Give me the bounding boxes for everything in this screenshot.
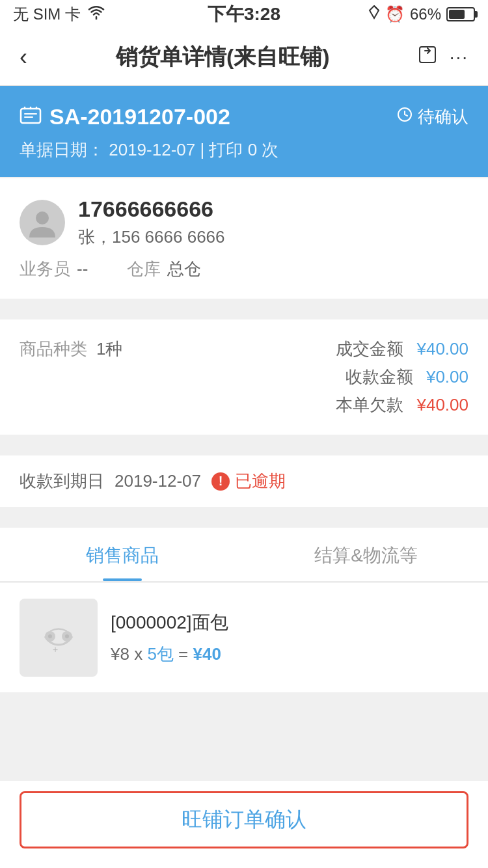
more-icon[interactable]: ··· [450, 47, 468, 68]
svg-rect-0 [420, 47, 435, 62]
tab-settlement-logistics[interactable]: 结算&物流等 [244, 528, 488, 581]
share-icon[interactable] [418, 46, 437, 68]
product-qty: 5包 [147, 644, 173, 664]
product-type-label: 商品种类 [20, 338, 87, 360]
warehouse-value: 总仓 [167, 258, 201, 280]
product-total: ¥40 [193, 644, 221, 664]
customer-meta: 业务员 -- 仓库 总仓 [20, 258, 468, 280]
order-id: SA-20191207-002 [20, 104, 230, 129]
clock-icon [397, 107, 413, 127]
customer-phone: 17666666666 [78, 197, 225, 222]
nav-bar: ‹ 销货单详情(来自旺铺) ··· [0, 29, 488, 86]
transaction-amount-row: 成交金额 ¥40.00 [336, 338, 468, 360]
owed-value: ¥40.00 [416, 395, 468, 415]
summary-card: 商品种类 1种 成交金额 ¥40.00 收款金额 ¥0.00 本单欠款 ¥40.… [0, 319, 488, 435]
wifi-icon [87, 5, 105, 23]
due-date-label: 收款到期日 [20, 470, 104, 493]
svg-point-6 [48, 634, 52, 638]
product-name: [0000002]面包 [111, 610, 468, 635]
product-info: [0000002]面包 ¥8 x 5包 = ¥40 [111, 610, 468, 666]
received-label: 收款金额 [346, 366, 413, 388]
overdue-text: 已逾期 [235, 470, 286, 493]
battery-fill [449, 10, 465, 19]
received-value: ¥0.00 [426, 367, 468, 387]
svg-point-3 [36, 211, 49, 224]
warehouse-label: 仓库 [127, 258, 161, 280]
customer-header: 17666666666 张，156 6666 6666 [20, 197, 468, 249]
summary-right: 成交金额 ¥40.00 收款金额 ¥0.00 本单欠款 ¥40.00 [336, 338, 468, 416]
overdue-icon: ! [211, 472, 230, 491]
product-type-value: 1种 [96, 338, 122, 360]
nav-left: ‹ [20, 44, 27, 71]
warehouse-item: 仓库 总仓 [127, 258, 201, 280]
battery-text: 66% [410, 5, 441, 23]
due-date-card: 收款到期日 2019-12-07 ! 已逾期 [0, 455, 488, 507]
location-icon [368, 5, 380, 23]
divider-2 [0, 435, 488, 445]
customer-card: 17666666666 张，156 6666 6666 业务员 -- 仓库 总仓 [0, 178, 488, 299]
order-icon [20, 104, 42, 129]
svg-rect-1 [21, 109, 40, 123]
status-bar-right: ⏰ 66% [368, 5, 475, 23]
divider-3 [0, 507, 488, 517]
product-section: + [0000002]面包 ¥8 x 5包 = ¥40 [0, 583, 488, 692]
owed-amount-row: 本单欠款 ¥40.00 [336, 394, 468, 416]
status-bar-time: 下午3:28 [208, 2, 280, 27]
tab-bar: 销售商品 结算&物流等 [0, 528, 488, 582]
confirm-order-button[interactable]: 旺铺订单确认 [20, 791, 468, 848]
sales-rep-item: 业务员 -- [20, 258, 88, 280]
product-item: + [0000002]面包 ¥8 x 5包 = ¥40 [20, 599, 468, 677]
avatar [20, 200, 65, 245]
alarm-icon: ⏰ [385, 5, 405, 23]
carrier-text: 无 SIM 卡 [13, 4, 81, 25]
page-title: 销货单详情(来自旺铺) [116, 42, 330, 72]
order-header-card: SA-20191207-002 待确认 单据日期： 2019-12-07 | 打… [0, 86, 488, 177]
tab-sales-products[interactable]: 销售商品 [0, 528, 244, 581]
customer-name: 张，156 6666 6666 [78, 226, 225, 249]
product-price-formula: ¥8 x 5包 = ¥40 [111, 643, 468, 666]
nav-right: ··· [418, 46, 468, 68]
status-badge: 待确认 [397, 105, 468, 128]
customer-info: 17666666666 张，156 6666 6666 [78, 197, 225, 249]
sales-rep-value: -- [77, 259, 88, 279]
overdue-badge: ! 已逾期 [211, 470, 286, 493]
back-button[interactable]: ‹ [20, 44, 27, 71]
svg-point-7 [65, 634, 69, 638]
order-header-top: SA-20191207-002 待确认 [20, 104, 468, 129]
received-amount-row: 收款金额 ¥0.00 [346, 366, 468, 388]
order-date: 单据日期： 2019-12-07 | 打印 0 次 [20, 139, 468, 161]
bottom-bar: 旺铺订单确认 [0, 781, 488, 868]
battery-icon [446, 7, 475, 21]
status-bar-left: 无 SIM 卡 [13, 4, 105, 25]
owed-label: 本单欠款 [336, 394, 403, 416]
product-thumbnail: + [20, 599, 98, 677]
divider-1 [0, 299, 488, 309]
svg-text:+: + [53, 644, 58, 655]
status-bar: 无 SIM 卡 下午3:28 ⏰ 66% [0, 0, 488, 29]
amount-label: 成交金额 [336, 338, 403, 360]
summary-left: 商品种类 1种 [20, 338, 122, 360]
sales-rep-label: 业务员 [20, 258, 70, 280]
amount-value: ¥40.00 [416, 339, 468, 359]
due-date-value: 2019-12-07 [115, 471, 201, 491]
product-logo: + [36, 620, 81, 656]
